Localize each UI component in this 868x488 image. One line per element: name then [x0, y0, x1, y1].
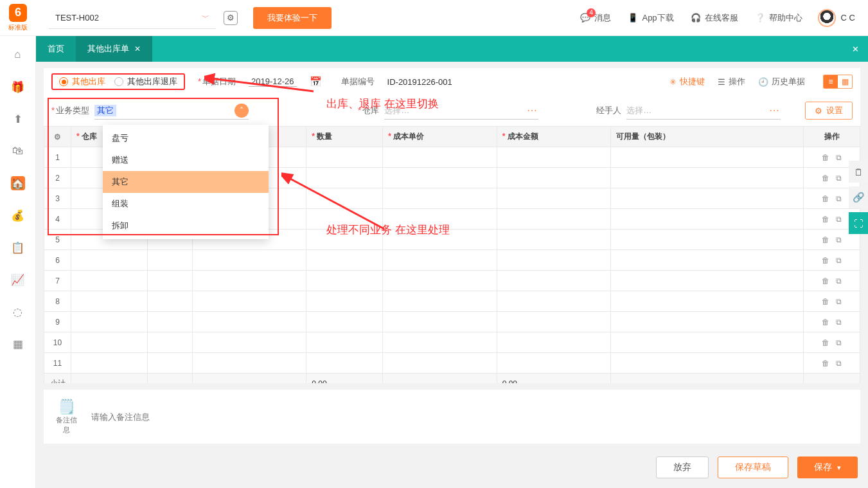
discard-button[interactable]: 放弃: [656, 456, 709, 478]
help-icon: ❔: [755, 13, 765, 23]
save-button[interactable]: 保存: [797, 456, 858, 478]
table-row[interactable]: 8🗑⧉: [44, 291, 860, 312]
save-draft-button[interactable]: 保存草稿: [718, 456, 788, 478]
messages-button[interactable]: 💬 消息 4: [580, 12, 611, 24]
main-area: 其他出库 其他出库退库 *单据日期 2019-12-26 📅 单据编号 ID-2…: [36, 62, 868, 488]
delete-row-icon[interactable]: 🗑: [822, 276, 829, 285]
report-icon[interactable]: 📈: [11, 273, 25, 287]
calendar-icon[interactable]: 📅: [310, 76, 322, 87]
notes-icon: 🗒️ 备注信息: [55, 399, 77, 435]
handler-field[interactable]: 经手人 选择…⋯: [596, 102, 781, 120]
expand-rail-icon[interactable]: ⛶: [849, 212, 868, 234]
radio-other-outbound[interactable]: 其他出库: [59, 76, 105, 87]
settings-icon[interactable]: ⚙: [224, 11, 238, 25]
copy-row-icon[interactable]: ⧉: [836, 153, 842, 162]
org-picker[interactable]: TEST-H002 ﹀: [49, 7, 216, 29]
brand-logo: 6: [9, 4, 27, 22]
list-view-icon[interactable]: ≡: [824, 75, 838, 88]
clipboard-icon[interactable]: 📋: [11, 240, 25, 255]
app-download-button[interactable]: 📱 App下载: [628, 12, 673, 24]
home-icon[interactable]: ⌂: [11, 48, 25, 62]
note-rail-icon[interactable]: 🗒: [849, 161, 868, 183]
biz-type-option[interactable]: 组装: [103, 193, 269, 215]
delete-row-icon[interactable]: 🗑: [822, 338, 829, 347]
sync-icon[interactable]: ◌: [11, 305, 25, 319]
biz-type-option[interactable]: 其它: [103, 171, 269, 193]
table-row[interactable]: 9🗑⧉: [44, 312, 860, 332]
link-rail-icon[interactable]: 🔗: [849, 186, 868, 208]
card-view-icon[interactable]: ▦: [838, 75, 852, 88]
copy-row-icon[interactable]: ⧉: [836, 215, 842, 224]
delete-row-icon[interactable]: 🗑: [822, 318, 829, 327]
remarks-panel: 🗒️ 备注信息: [44, 390, 860, 444]
form-panel: 其他出库 其他出库退库 *单据日期 2019-12-26 📅 单据编号 ID-2…: [44, 68, 860, 383]
delete-row-icon[interactable]: 🗑: [822, 215, 829, 224]
promo-button[interactable]: 我要体验一下: [253, 7, 332, 29]
operate-button[interactable]: ☰ 操作: [718, 76, 745, 87]
online-service-button[interactable]: 🎧 在线客服: [691, 12, 738, 24]
page-tab-bar: 首页 其他出库单 ✕ ✕: [36, 36, 868, 62]
col-available: 可用量（包装）: [611, 127, 804, 147]
configure-button[interactable]: ⚙ 设置: [805, 102, 853, 120]
brand-version: 标准版: [8, 23, 28, 32]
avatar[interactable]: [818, 9, 836, 27]
inbound-icon[interactable]: ⬆: [11, 112, 25, 126]
delete-row-icon[interactable]: 🗑: [822, 153, 829, 162]
delete-row-icon[interactable]: 🗑: [822, 194, 829, 203]
chevron-up-icon[interactable]: ˄: [235, 104, 249, 118]
copy-row-icon[interactable]: ⧉: [836, 297, 842, 306]
more-icon[interactable]: ⋯: [769, 104, 781, 116]
radio-other-outbound-return[interactable]: 其他出库退库: [114, 76, 177, 87]
col-config-icon[interactable]: ⚙: [44, 127, 71, 147]
col-qty: 数量: [306, 127, 383, 147]
biz-type-dropdown: 盘亏赠送其它组装拆卸: [103, 125, 269, 239]
tab-other-outbound[interactable]: 其他出库单 ✕: [76, 36, 152, 62]
tab-home[interactable]: 首页: [36, 36, 76, 62]
headset-icon: 🎧: [691, 13, 701, 23]
chevron-down-icon: ﹀: [202, 12, 209, 23]
biz-type-option[interactable]: 盘亏: [103, 127, 269, 149]
brand-block: 6 标准版: [0, 0, 36, 36]
copy-row-icon[interactable]: ⧉: [836, 235, 842, 244]
copy-row-icon[interactable]: ⧉: [836, 338, 842, 347]
outbound-type-radio-group: 其他出库 其他出库退库: [51, 73, 185, 90]
warehouse-icon[interactable]: 🏠: [11, 176, 25, 190]
close-tab-icon[interactable]: ✕: [134, 44, 141, 53]
table-row[interactable]: 10🗑⧉: [44, 332, 860, 353]
user-name: C C: [841, 13, 855, 23]
misc-icon[interactable]: ▦: [11, 337, 25, 351]
doc-no-value: ID-20191226-001: [387, 77, 452, 87]
remarks-input[interactable]: [91, 412, 849, 422]
history-button[interactable]: 🕘 历史单据: [758, 76, 805, 87]
biz-type-option[interactable]: 赠送: [103, 149, 269, 171]
subtotal-row: 小计0.000.00: [44, 374, 860, 384]
delete-row-icon[interactable]: 🗑: [822, 174, 829, 183]
table-row[interactable]: 11🗑⧉: [44, 353, 860, 374]
hotkey-button[interactable]: ✳ 快捷键: [669, 76, 705, 87]
bag-icon[interactable]: 🛍: [11, 144, 25, 158]
copy-row-icon[interactable]: ⧉: [836, 194, 842, 203]
warehouse-field[interactable]: *仓库 选择…⋯: [358, 102, 538, 120]
biz-type-option[interactable]: 拆卸: [103, 215, 269, 237]
biz-type-value: 其它: [94, 105, 116, 116]
delete-row-icon[interactable]: 🗑: [822, 297, 829, 306]
table-row[interactable]: 7🗑⧉: [44, 271, 860, 291]
doc-date-value[interactable]: 2019-12-26: [249, 77, 297, 87]
delete-row-icon[interactable]: 🗑: [822, 235, 829, 244]
copy-row-icon[interactable]: ⧉: [836, 318, 842, 327]
copy-row-icon[interactable]: ⧉: [836, 174, 842, 183]
table-row[interactable]: 6🗑⧉: [44, 250, 860, 271]
more-icon[interactable]: ⋯: [527, 104, 538, 116]
close-all-tabs-icon[interactable]: ✕: [842, 36, 868, 62]
phone-icon: 📱: [628, 13, 638, 23]
delete-row-icon[interactable]: 🗑: [822, 256, 829, 265]
view-toggle[interactable]: ≡▦: [823, 75, 853, 89]
copy-row-icon[interactable]: ⧉: [836, 256, 842, 265]
copy-row-icon[interactable]: ⧉: [836, 276, 842, 285]
copy-row-icon[interactable]: ⧉: [836, 359, 842, 368]
help-center-button[interactable]: ❔ 帮助中心: [755, 12, 802, 24]
delete-row-icon[interactable]: 🗑: [822, 359, 829, 368]
biz-type-field[interactable]: *业务类型 其它 ˄ 盘亏赠送其它组装拆卸: [51, 102, 249, 120]
gift-icon[interactable]: 🎁: [11, 80, 25, 94]
finance-icon[interactable]: 💰: [11, 208, 25, 222]
